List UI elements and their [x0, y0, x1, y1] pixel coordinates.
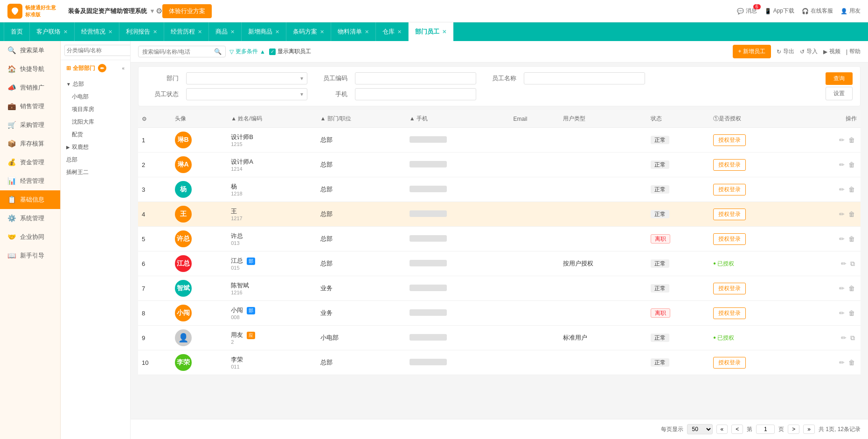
nav-item-business[interactable]: 📊 经营管理 [0, 172, 60, 190]
tab-dept-staff[interactable]: 部门员工✕ [409, 22, 453, 41]
phone-filter-input[interactable] [355, 88, 476, 100]
tab-bom[interactable]: 物料清单✕ [331, 22, 376, 41]
collapse-icon[interactable]: « [122, 66, 125, 71]
more-filter-btn[interactable]: ▽ 更多条件 ▲ [229, 48, 265, 56]
dept-node-xiaodibu[interactable]: 小电部 [61, 91, 130, 103]
tab-close[interactable]: ✕ [365, 29, 369, 35]
resigned-checkbox[interactable] [269, 49, 276, 55]
dept-node-chashuwang[interactable]: 插树王二 [61, 166, 130, 179]
tab-close[interactable]: ✕ [320, 29, 324, 35]
col-name[interactable]: ▲ 姓名/编码 [227, 110, 316, 128]
next-page-btn[interactable]: > [788, 425, 799, 434]
tab-customer[interactable]: 客户联络✕ [30, 22, 75, 41]
auth-button[interactable]: 授权登录 [713, 184, 746, 195]
tab-close[interactable]: ✕ [397, 29, 402, 35]
delete-icon[interactable]: 🗑 [848, 285, 855, 292]
set-button[interactable]: 设置 [826, 87, 853, 100]
edit-icon[interactable]: ✏ [839, 285, 845, 292]
message-action[interactable]: 💬 消息 6 [737, 7, 757, 15]
tab-profit[interactable]: 利润报告✕ [119, 22, 164, 41]
col-settings[interactable]: ⚙ [138, 110, 171, 128]
dept-node-shuanglu[interactable]: ▶ 双鹿想 [61, 141, 130, 153]
emp-name-filter-input[interactable] [524, 72, 645, 84]
tab-new-goods[interactable]: 新增商品✕ [242, 22, 286, 41]
delete-icon[interactable]: 🗑 [848, 359, 855, 366]
nav-item-basic[interactable]: 📋 基础信息 [0, 190, 60, 209]
search-input[interactable] [142, 49, 212, 55]
auth-button[interactable]: 授权登录 [713, 134, 746, 146]
edit-icon[interactable]: ✏ [841, 260, 847, 267]
nav-item-inventory[interactable]: 📦 库存核算 [0, 134, 60, 153]
col-phone[interactable]: ▲ 手机 [406, 110, 510, 128]
tab-close[interactable]: ✕ [275, 29, 279, 35]
nav-item-system[interactable]: ⚙️ 系统管理 [0, 209, 60, 228]
tab-close[interactable]: ✕ [198, 29, 202, 35]
dept-filter-select[interactable]: ▾ [186, 72, 307, 84]
edit-icon[interactable]: ✏ [839, 235, 845, 243]
edit-icon[interactable]: ✏ [841, 334, 847, 341]
delete-icon[interactable]: 🗑 [848, 210, 855, 218]
dept-node-zongbu[interactable]: 总部 [61, 153, 130, 166]
copy-icon[interactable]: ⧉ [850, 260, 855, 267]
tab-barcode[interactable]: 条码方案✕ [286, 22, 331, 41]
edit-icon[interactable]: ✏ [839, 186, 845, 193]
nav-item-collab[interactable]: 🤝 企业协同 [0, 228, 60, 246]
edit-icon[interactable]: ✏ [839, 161, 845, 168]
last-page-btn[interactable]: » [803, 425, 815, 434]
help-btn[interactable]: | 帮助 [846, 48, 861, 56]
first-page-btn[interactable]: « [716, 425, 728, 434]
dept-node-root[interactable]: ▼ 总部 [61, 78, 130, 91]
prev-page-btn[interactable]: < [731, 425, 743, 434]
dept-node-xiangmu[interactable]: 项目库房 [61, 103, 130, 116]
nav-item-guide[interactable]: 📖 新手引导 [0, 246, 60, 265]
export-btn[interactable]: ↻ 导出 [777, 48, 794, 56]
auth-button[interactable]: 授权登录 [713, 283, 746, 294]
copy-icon[interactable]: ⧉ [850, 334, 855, 341]
edit-icon[interactable]: ✏ [839, 210, 845, 218]
auth-button[interactable]: 授权登录 [713, 159, 746, 171]
per-page-select[interactable]: 50 100 [687, 424, 713, 434]
nav-item-search[interactable]: 🔍 搜索菜单 [0, 41, 60, 60]
emp-code-filter-input[interactable] [355, 72, 476, 84]
dept-node-peihuo[interactable]: 配货 [61, 128, 130, 141]
tab-close[interactable]: ✕ [442, 29, 446, 35]
dept-node-shenyang[interactable]: 沈阳大库 [61, 116, 130, 128]
tab-close[interactable]: ✕ [63, 29, 68, 35]
app-download-action[interactable]: 📱 App下载 [764, 7, 794, 15]
delete-icon[interactable]: 🗑 [848, 186, 855, 193]
show-resigned-toggle[interactable]: 显示离职员工 [269, 48, 311, 56]
tab-close[interactable]: ✕ [153, 29, 157, 35]
online-support-action[interactable]: 🎧 在线客服 [802, 7, 833, 15]
tab-close[interactable]: ✕ [230, 29, 235, 35]
auth-button[interactable]: 授权登录 [713, 307, 746, 319]
edit-icon[interactable]: ✏ [839, 309, 845, 317]
nav-item-sales[interactable]: 💼 销售管理 [0, 97, 60, 116]
tab-history[interactable]: 经营历程✕ [164, 22, 209, 41]
add-employee-button[interactable]: + 新增员工 [733, 45, 771, 58]
search-icon[interactable]: 🔍 [214, 48, 222, 55]
delete-icon[interactable]: 🗑 [848, 309, 855, 317]
auth-button[interactable]: 授权登录 [713, 357, 746, 369]
view-btn[interactable]: ▶ 视频 [823, 48, 840, 56]
tab-home[interactable]: 首页 [4, 22, 30, 41]
delete-icon[interactable]: 🗑 [848, 235, 855, 243]
auth-button[interactable]: 授权登录 [713, 209, 746, 220]
status-filter-select[interactable]: ▾ [186, 88, 307, 100]
page-input[interactable] [756, 425, 775, 434]
nav-item-purchase[interactable]: 🛒 采购管理 [0, 116, 60, 134]
tab-goods[interactable]: 商品✕ [209, 22, 242, 41]
query-button[interactable]: 查询 [826, 72, 853, 85]
nav-item-finance[interactable]: 💰 资金管理 [0, 153, 60, 172]
edit-icon[interactable]: ✏ [839, 136, 845, 144]
edit-icon[interactable]: ✏ [839, 359, 845, 366]
settings-button[interactable]: ⚙ [156, 7, 162, 15]
tab-operation[interactable]: 经营情况✕ [75, 22, 119, 41]
nav-item-marketing[interactable]: 📣 营销推广 [0, 78, 60, 97]
system-dropdown[interactable]: ▾ [151, 7, 154, 14]
tab-warehouse[interactable]: 仓库✕ [376, 22, 409, 41]
delete-icon[interactable]: 🗑 [848, 161, 855, 168]
auth-button[interactable]: 授权登录 [713, 233, 746, 245]
edit-dept-icon[interactable]: ✏ [98, 64, 106, 72]
nav-item-quicknav[interactable]: 🏠 快捷导航 [0, 60, 60, 78]
col-dept[interactable]: ▲ 部门/职位 [317, 110, 406, 128]
